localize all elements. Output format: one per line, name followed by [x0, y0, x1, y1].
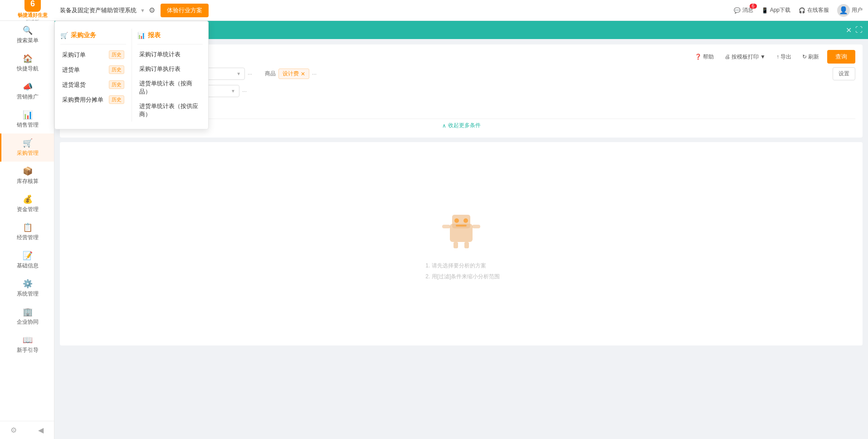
cart-icon: 🛒: [23, 138, 33, 148]
message-badge: 6: [750, 4, 757, 9]
print-arrow-icon: ▼: [760, 54, 766, 60]
gear-icon: ⚙️: [23, 279, 33, 289]
tab-right-actions: ✕ ⛶: [846, 26, 868, 35]
purchase-col-icon: 🛒: [60, 32, 68, 39]
clipboard-icon: 📋: [23, 222, 33, 232]
topbar: 6 畅捷通好生意 标准版 装备及固定资产辅助管理系统 ▼ ⚙ 体验行业方案 💬 …: [0, 0, 868, 21]
empty-hint-2: 用[过滤]条件来缩小分析范围: [432, 271, 500, 282]
hist-badge-1: 历史: [109, 65, 124, 74]
svg-rect-6: [464, 242, 469, 248]
tab-close-page-icon[interactable]: ✕: [846, 26, 852, 35]
search-icon: 🔍: [23, 25, 33, 35]
empty-hints: 请先选择要分析的方案 用[过滤]条件来缩小分析范围: [423, 260, 500, 282]
empty-hint-1: 请先选择要分析的方案: [432, 260, 500, 271]
sidebar-item-purchase[interactable]: 🛒 采购管理: [0, 133, 54, 162]
home-icon: 🏠: [23, 54, 33, 64]
refresh-icon: ↻: [802, 54, 807, 60]
dropdown-item-inbound[interactable]: 进货单 历史: [60, 62, 126, 77]
sidebar-item-sales[interactable]: 📊 销售管理: [0, 105, 54, 133]
purchase-column: 🛒 采购业务 采购订单 历史 进货单 历史 进货退货 历史 采购费用分摊单 历史: [55, 29, 132, 122]
sidebar-bottom: ⚙ ◀: [0, 421, 54, 439]
dropdown-item-purchase-order[interactable]: 采购订单 历史: [60, 47, 126, 62]
goods-filter: 商品 设计费 ✕ ···: [265, 69, 317, 79]
dropdown-item-inbound-goods[interactable]: 进货单统计表（按商品）: [137, 76, 203, 99]
sidebar-item-search[interactable]: 🔍 搜索菜单: [0, 21, 54, 49]
status-arrow-icon: ▼: [236, 71, 241, 76]
goods-tags: 设计费 ✕: [278, 69, 309, 79]
svg-point-2: [454, 218, 459, 223]
svg-rect-7: [442, 225, 450, 228]
megaphone-icon: 📣: [23, 82, 33, 92]
system-title: 装备及固定资产辅助管理系统: [60, 6, 137, 15]
report-column: 📊 报表 采购订单统计表 采购订单执行表 进货单统计表（按商品） 进货单统计表（…: [132, 29, 209, 122]
sidebar-item-inventory[interactable]: 📦 库存核算: [0, 162, 54, 190]
dropdown-item-cost-alloc[interactable]: 采购费用分摊单 历史: [60, 92, 126, 107]
sidebar-item-marketing[interactable]: 📣 营销推广: [0, 77, 54, 105]
tab-fullscreen-icon[interactable]: ⛶: [855, 26, 863, 34]
phone-icon: 📱: [761, 7, 768, 14]
hist-badge-3: 历史: [109, 95, 124, 104]
message-btn[interactable]: 💬 消息 6: [734, 6, 753, 14]
export-icon: ↑: [776, 54, 779, 60]
empty-illustration: [439, 206, 484, 251]
purchase-dropdown-menu: 🛒 采购业务 采购订单 历史 进货单 历史 进货退货 历史 采购费用分摊单 历史: [54, 21, 209, 129]
goods-ellipsis: ···: [312, 71, 317, 77]
sidebar: 🔍 搜索菜单 🏠 快捷导航 📣 营销推广 📊 销售管理 🛒 采购管理 📦 库存核…: [0, 21, 54, 439]
building-icon: 🏢: [23, 307, 33, 317]
salesperson-arrow-icon: ▼: [231, 89, 235, 94]
status-ellipsis: ···: [248, 71, 252, 77]
collapse-arrow-icon: ∧: [442, 123, 446, 129]
hist-badge-2: 历史: [109, 80, 124, 89]
app-download-btn[interactable]: 📱 App下载: [761, 6, 790, 14]
sidebar-item-fund[interactable]: 💰 资金管理: [0, 190, 54, 218]
dropdown-arrow-icon[interactable]: ▼: [140, 8, 145, 13]
goods-label: 商品: [265, 70, 276, 78]
svg-rect-5: [454, 242, 458, 248]
sidebar-item-quicknav[interactable]: 🏠 快捷导航: [0, 49, 54, 77]
dropdown-item-order-exec[interactable]: 采购订单执行表: [137, 62, 203, 76]
sidebar-item-guide[interactable]: 📖 新手引导: [0, 330, 54, 359]
query-btn[interactable]: 查询: [827, 50, 855, 64]
svg-point-3: [463, 218, 468, 223]
online-service-btn[interactable]: 🎧 在线客服: [799, 6, 829, 14]
export-btn[interactable]: ↑ 导出: [774, 51, 794, 63]
filter-settings: 设置: [833, 67, 855, 80]
report-col-icon: 📊: [137, 32, 145, 39]
settings-icon[interactable]: ⚙: [149, 6, 155, 15]
dropdown-item-order-stats[interactable]: 采购订单统计表: [137, 47, 203, 62]
message-icon: 💬: [734, 7, 741, 14]
dropdown-item-return[interactable]: 进货退货 历史: [60, 77, 126, 92]
industry-btn[interactable]: 体验行业方案: [161, 4, 209, 17]
topbar-right: 💬 消息 6 📱 App下载 🎧 在线客服 👤 用户: [734, 4, 863, 17]
sidebar-item-corp[interactable]: 🏢 企业协同: [0, 302, 54, 330]
settings-btn[interactable]: 设置: [833, 67, 855, 80]
dropdown-item-inbound-supplier[interactable]: 进货单统计表（按供应商）: [137, 99, 203, 122]
brand-name: 畅捷通好生意: [18, 12, 48, 19]
hist-badge-0: 历史: [109, 50, 124, 59]
svg-rect-8: [472, 225, 480, 228]
help-icon: ❓: [695, 54, 702, 60]
book-icon: 📖: [23, 335, 33, 345]
logo-icon: 6: [24, 0, 41, 12]
headset-icon: 🎧: [799, 7, 805, 14]
print-icon: 🖨: [725, 54, 730, 60]
print-template-btn[interactable]: 🖨 按模板打印 ▼: [722, 51, 768, 63]
user-btn[interactable]: 👤 用户: [837, 4, 863, 17]
sidebar-settings-icon[interactable]: ⚙: [10, 426, 17, 434]
purchase-col-header: 🛒 采购业务: [60, 29, 126, 44]
sidebar-item-operation[interactable]: 📋 经营管理: [0, 218, 54, 246]
report-col-header: 📊 报表: [137, 29, 203, 44]
empty-state: 请先选择要分析的方案 用[过滤]条件来缩小分析范围: [60, 169, 863, 318]
sidebar-item-basic[interactable]: 📝 基础信息: [0, 246, 54, 274]
sidebar-collapse-icon[interactable]: ◀: [38, 426, 44, 434]
refresh-btn[interactable]: ↻ 刷新: [800, 51, 822, 63]
goods-tag-design: 设计费 ✕: [278, 69, 309, 79]
dropdown-columns: 🛒 采购业务 采购订单 历史 进货单 历史 进货退货 历史 采购费用分摊单 历史: [55, 25, 208, 125]
box-icon: 📦: [23, 166, 33, 176]
help-btn[interactable]: ❓ 帮助: [692, 51, 717, 63]
document-icon: 📝: [23, 251, 33, 261]
system-info: 装备及固定资产辅助管理系统 ▼ ⚙: [60, 6, 155, 15]
money-icon: 💰: [23, 194, 33, 204]
goods-tag-close-icon[interactable]: ✕: [301, 71, 305, 77]
sidebar-item-system[interactable]: ⚙️ 系统管理: [0, 274, 54, 302]
